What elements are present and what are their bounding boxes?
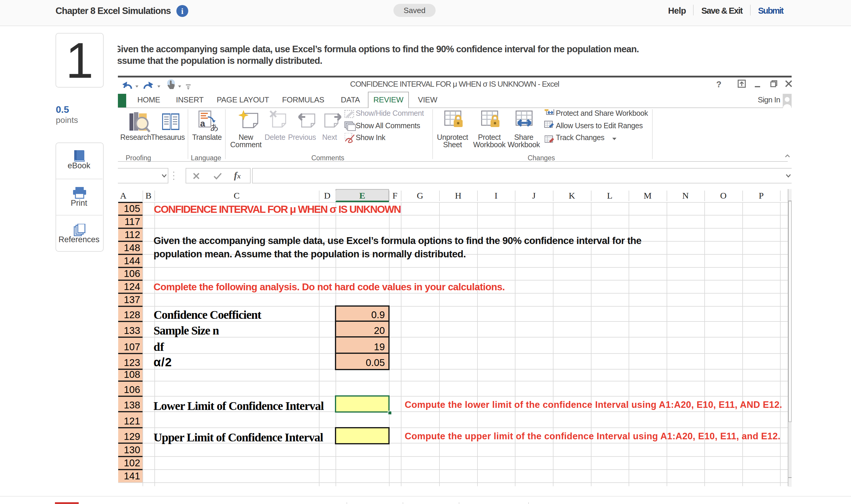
svg-text:a: a <box>200 119 205 128</box>
